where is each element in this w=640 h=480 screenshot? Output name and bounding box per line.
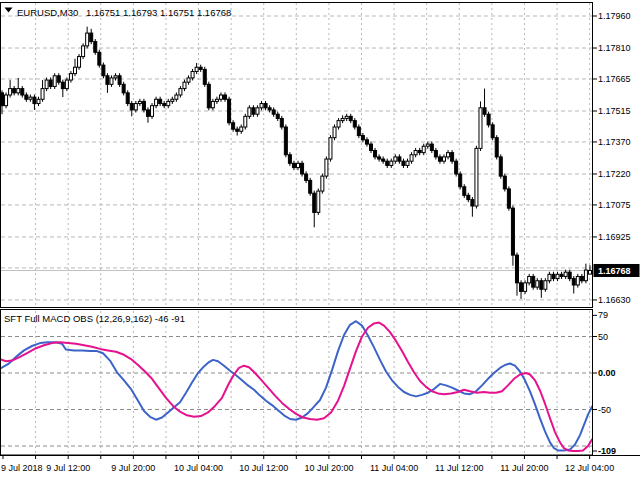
bearish-candle-body (203, 69, 206, 84)
bullish-candle-body (240, 127, 243, 131)
bearish-candle-body (434, 151, 437, 157)
price-axis-label: 1.17075 (598, 200, 631, 210)
bearish-candle-body (507, 189, 510, 208)
bullish-candle-body (179, 89, 182, 95)
bearish-candle-body (272, 110, 275, 114)
indicator-title: SFT Full MACD OBS (12,26,9,162) -46 -91 (4, 313, 185, 324)
bearish-candle-body (495, 138, 498, 157)
bearish-candle-body (520, 283, 523, 292)
price-axis-label: 1.17810 (598, 43, 631, 53)
bullish-candle-body (297, 163, 300, 167)
bullish-candle-body (78, 57, 81, 68)
chart-background (0, 0, 640, 480)
time-axis-label: 12 Jul 04:00 (565, 463, 614, 473)
bullish-candle-body (584, 270, 587, 281)
bearish-candle-body (402, 161, 405, 165)
chart-symbol-label: EURUSD,M30 (17, 7, 78, 18)
bearish-candle-body (102, 65, 105, 76)
bullish-candle-body (45, 80, 48, 89)
bullish-candle-body (65, 80, 68, 89)
bullish-candle-body (114, 76, 117, 78)
bearish-candle-body (13, 89, 16, 93)
time-axis-label: 10 Jul 20:00 (304, 463, 353, 473)
bullish-candle-body (155, 99, 158, 105)
bullish-candle-body (219, 95, 222, 99)
bearish-candle-body (268, 108, 271, 110)
trading-chart-window: 1.179601.178101.176651.175151.173701.172… (0, 0, 640, 480)
bullish-candle-body (325, 159, 328, 176)
bullish-candle-body (171, 99, 174, 101)
bearish-candle-body (483, 108, 486, 114)
bearish-candle-body (471, 200, 474, 206)
bearish-candle-body (207, 84, 210, 107)
bearish-candle-body (25, 95, 28, 99)
bullish-candle-body (215, 99, 218, 101)
bearish-candle-body (552, 274, 555, 278)
bearish-candle-body (57, 76, 60, 82)
bearish-candle-body (126, 93, 129, 104)
bearish-candle-body (228, 99, 231, 122)
bullish-candle-body (414, 151, 417, 155)
bearish-candle-body (292, 163, 295, 167)
bullish-candle-body (524, 283, 527, 292)
time-axis-label: 10 Jul 04:00 (174, 463, 223, 473)
bearish-candle-body (438, 157, 441, 161)
price-axis-label: 1.17370 (598, 137, 631, 147)
bearish-candle-body (280, 118, 283, 127)
bullish-candle-body (69, 74, 72, 80)
bearish-candle-body (515, 255, 518, 283)
bullish-candle-body (447, 153, 450, 157)
bearish-candle-body (560, 274, 563, 276)
bearish-candle-body (499, 157, 502, 176)
bearish-candle-body (284, 127, 287, 155)
bullish-candle-body (9, 89, 12, 95)
bullish-candle-body (110, 78, 113, 84)
bearish-candle-body (572, 279, 575, 285)
time-axis-label: 9 Jul 2018 (1, 463, 43, 473)
bearish-candle-body (532, 276, 535, 287)
bullish-candle-body (244, 116, 247, 127)
indicator-axis-label: 0.00 (598, 368, 616, 378)
bullish-candle-body (410, 155, 413, 161)
bearish-candle-body (236, 129, 239, 131)
bearish-candle-body (540, 281, 543, 290)
bullish-candle-body (191, 72, 194, 78)
bullish-candle-body (422, 146, 425, 152)
bullish-candle-body (17, 89, 20, 93)
bullish-candle-body (187, 78, 190, 82)
bullish-candle-body (167, 101, 170, 105)
bearish-candle-body (386, 161, 389, 165)
bearish-candle-body (21, 89, 24, 95)
bearish-candle-body (288, 155, 291, 164)
bullish-candle-body (479, 108, 482, 149)
bullish-candle-body (442, 157, 445, 161)
bearish-candle-body (430, 144, 433, 150)
bullish-candle-body (341, 118, 344, 120)
bearish-candle-body (252, 108, 255, 114)
bearish-candle-body (264, 104, 267, 108)
bearish-candle-body (142, 101, 145, 110)
bullish-candle-body (337, 121, 340, 127)
bearish-candle-body (232, 123, 235, 129)
bearish-candle-body (122, 84, 125, 93)
bearish-candle-body (313, 193, 316, 212)
bearish-candle-body (98, 52, 101, 65)
bullish-candle-body (37, 99, 40, 103)
bearish-candle-body (305, 174, 308, 180)
bearish-candle-body (199, 67, 202, 69)
chart-ohlc-values: 1.16751 1.16793 1.16751 1.16768 (86, 7, 231, 18)
bullish-candle-body (5, 95, 8, 106)
bullish-candle-body (29, 97, 32, 99)
bearish-candle-body (146, 110, 149, 116)
bullish-candle-body (138, 101, 141, 103)
bearish-candle-body (106, 76, 109, 85)
bullish-candle-body (195, 67, 198, 71)
indicator-axis-label: -50 (598, 405, 611, 415)
bearish-candle-body (301, 163, 304, 174)
bullish-candle-body (175, 95, 178, 99)
bearish-candle-body (349, 116, 352, 120)
price-axis-label: 1.16630 (598, 295, 631, 305)
time-axis-label: 9 Jul 20:00 (111, 463, 155, 473)
bearish-candle-body (224, 95, 227, 99)
bullish-candle-body (53, 76, 56, 87)
